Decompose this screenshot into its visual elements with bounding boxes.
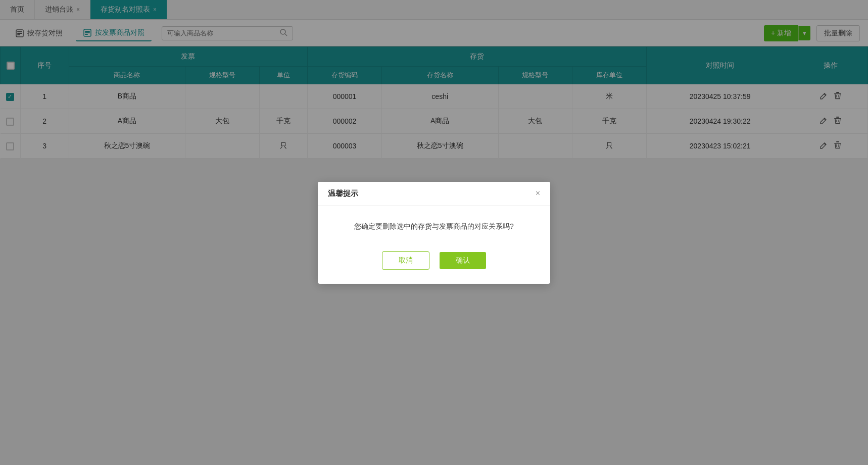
overlay: 温馨提示 × 您确定要删除选中的存货与发票商品的对应关系吗? 取消 确认 [0, 0, 868, 159]
